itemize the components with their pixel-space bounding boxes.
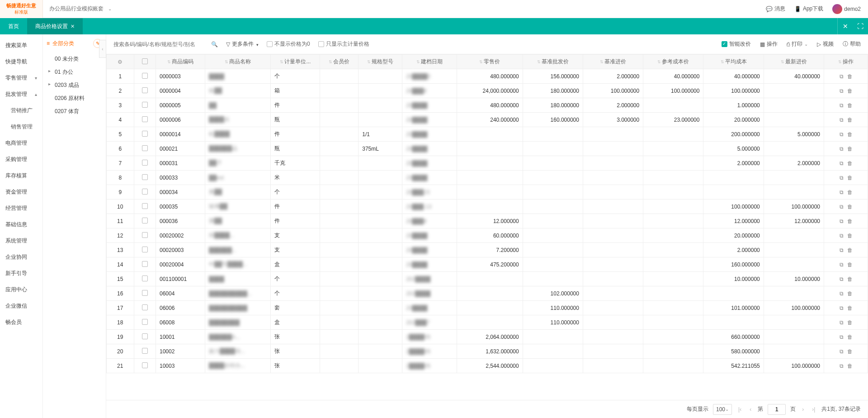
sidebar-item[interactable]: 搜索菜单 bbox=[0, 37, 42, 53]
copy-icon[interactable]: ⧉ bbox=[840, 117, 844, 123]
copy-icon[interactable]: ⧉ bbox=[840, 175, 844, 181]
only-main-checkbox[interactable]: 只显示主计量价格 bbox=[318, 40, 369, 48]
table-row[interactable]: 1606004██████████...个202████102.000000⧉🗑 bbox=[107, 286, 868, 301]
tree-item[interactable]: 0207 体育 bbox=[47, 105, 102, 118]
copy-icon[interactable]: ⧉ bbox=[840, 146, 844, 152]
messages-button[interactable]: 💬消息 bbox=[766, 5, 785, 13]
close-all-button[interactable]: ✕ bbox=[837, 18, 853, 34]
column-header[interactable]: ⇅规格型号 bbox=[359, 55, 402, 69]
row-checkbox[interactable] bbox=[142, 73, 148, 79]
table-row[interactable]: 9000034奥██个20███23⧉🗑 bbox=[107, 185, 868, 200]
delete-icon[interactable]: 🗑 bbox=[847, 204, 853, 210]
column-header[interactable] bbox=[134, 55, 156, 69]
delete-icon[interactable]: 🗑 bbox=[847, 261, 853, 268]
delete-icon[interactable]: 🗑 bbox=[847, 363, 853, 369]
table-row[interactable]: 1806008████████盒202███7110.000000⧉🗑 bbox=[107, 315, 868, 330]
table-row[interactable]: 2010002扬力████培...张2████051,632.000000580… bbox=[107, 344, 868, 359]
column-header[interactable]: ⇅商品编码 bbox=[156, 55, 205, 69]
copy-icon[interactable]: ⧉ bbox=[840, 189, 844, 195]
delete-icon[interactable]: 🗑 bbox=[847, 131, 853, 138]
copy-icon[interactable]: ⧉ bbox=[840, 261, 844, 268]
table-row[interactable]: 7000031██子千克20████2.0000002.000000⧉🗑 bbox=[107, 156, 868, 171]
tab-home[interactable]: 首页 bbox=[0, 18, 27, 34]
search-icon[interactable]: 🔍 bbox=[211, 41, 218, 48]
table-row[interactable]: 2110003████折特办...张2████052,544.000000542… bbox=[107, 359, 868, 373]
table-row[interactable]: 6000021██████品瓶375mL20████5.000000⧉🗑 bbox=[107, 142, 868, 156]
copy-icon[interactable]: ⧉ bbox=[840, 247, 844, 253]
row-checkbox[interactable] bbox=[142, 290, 148, 296]
operations-button[interactable]: ▦操作 bbox=[760, 40, 778, 48]
row-checkbox[interactable] bbox=[142, 174, 148, 180]
delete-icon[interactable]: 🗑 bbox=[847, 319, 853, 326]
column-header[interactable]: ⇅商品名称 bbox=[205, 55, 271, 69]
sidebar-item[interactable]: 采购管理 bbox=[0, 151, 42, 167]
table-row[interactable]: 1200020002得████...支20████60.00000020.000… bbox=[107, 228, 868, 243]
copy-icon[interactable]: ⧉ bbox=[840, 290, 844, 297]
delete-icon[interactable]: 🗑 bbox=[847, 117, 853, 123]
copy-icon[interactable]: ⧉ bbox=[840, 160, 844, 166]
sidebar-item[interactable]: 新手引导 bbox=[0, 265, 42, 281]
tab-price-settings[interactable]: 商品价格设置✕ bbox=[27, 18, 83, 34]
table-row[interactable]: 30000005██件20████480.000000180.0000002.0… bbox=[107, 98, 868, 113]
table-row[interactable]: 10000003████个20████0480.000000156.000000… bbox=[107, 69, 868, 84]
sidebar-item[interactable]: 零售管理▾ bbox=[0, 70, 42, 86]
print-button[interactable]: ⎙打印⌄ bbox=[787, 40, 808, 48]
copy-icon[interactable]: ⧉ bbox=[840, 305, 844, 311]
fullscreen-button[interactable]: ⛶ bbox=[853, 18, 868, 34]
delete-icon[interactable]: 🗑 bbox=[847, 189, 853, 195]
row-checkbox[interactable] bbox=[142, 319, 148, 325]
column-header[interactable]: ⇅参考成本价 bbox=[643, 55, 703, 69]
row-checkbox[interactable] bbox=[142, 362, 148, 368]
row-checkbox[interactable] bbox=[142, 160, 148, 166]
table-row[interactable]: 40000006████水瓶20████240.000000160.000000… bbox=[107, 113, 868, 127]
delete-icon[interactable]: 🗑 bbox=[847, 305, 853, 311]
row-checkbox[interactable] bbox=[142, 348, 148, 354]
row-checkbox[interactable] bbox=[142, 203, 148, 209]
column-header[interactable]: ⇅会员价 bbox=[320, 55, 359, 69]
row-checkbox[interactable] bbox=[142, 333, 148, 339]
close-icon[interactable]: ✕ bbox=[71, 24, 75, 29]
sidebar-subitem[interactable]: 营销推广 bbox=[0, 102, 42, 119]
sidebar-item[interactable]: 应用中心 bbox=[0, 281, 42, 298]
delete-icon[interactable]: 🗑 bbox=[847, 102, 853, 109]
copy-icon[interactable]: ⧉ bbox=[840, 319, 844, 326]
prev-page-button[interactable]: ‹ bbox=[748, 406, 753, 413]
delete-icon[interactable]: 🗑 bbox=[847, 218, 853, 224]
copy-icon[interactable]: ⧉ bbox=[840, 218, 844, 224]
row-checkbox[interactable] bbox=[142, 131, 148, 137]
first-page-button[interactable]: |‹ bbox=[736, 406, 743, 413]
select-all-checkbox[interactable] bbox=[142, 58, 148, 64]
delete-icon[interactable]: 🗑 bbox=[847, 73, 853, 80]
hide-zero-checkbox[interactable]: 不显示价格为0 bbox=[267, 40, 310, 48]
page-input[interactable] bbox=[768, 404, 786, 415]
column-header[interactable]: ⇅最新进价 bbox=[764, 55, 824, 69]
copy-icon[interactable]: ⧉ bbox=[840, 88, 844, 94]
gear-icon[interactable]: ⚙ bbox=[118, 59, 123, 65]
column-header[interactable]: ⇅基准进价 bbox=[583, 55, 643, 69]
column-header[interactable]: ⇅平均成本 bbox=[703, 55, 764, 69]
delete-icon[interactable]: 🗑 bbox=[847, 247, 853, 253]
row-checkbox[interactable] bbox=[142, 247, 148, 252]
delete-icon[interactable]: 🗑 bbox=[847, 88, 853, 94]
column-header[interactable]: ⇅计量单位... bbox=[271, 55, 320, 69]
delete-icon[interactable]: 🗑 bbox=[847, 160, 853, 166]
sidebar-item[interactable]: 畅会员 bbox=[0, 314, 42, 330]
copy-icon[interactable]: ⧉ bbox=[840, 131, 844, 138]
delete-icon[interactable]: 🗑 bbox=[847, 146, 853, 152]
sidebar-item[interactable]: 基础信息 bbox=[0, 216, 42, 233]
row-checkbox[interactable] bbox=[142, 102, 148, 108]
more-filters-button[interactable]: ▽更多条件 bbox=[226, 40, 259, 48]
copy-icon[interactable]: ⧉ bbox=[840, 276, 844, 282]
delete-icon[interactable]: 🗑 bbox=[847, 276, 853, 282]
row-checkbox[interactable] bbox=[142, 276, 148, 281]
column-header[interactable]: ⚙ bbox=[107, 55, 134, 69]
search-input[interactable] bbox=[113, 41, 208, 48]
tree-item[interactable]: 0206 原材料 bbox=[47, 92, 102, 105]
table-row[interactable]: 1400020004中██写████...盒20████475.20000016… bbox=[107, 257, 868, 272]
row-checkbox[interactable] bbox=[142, 189, 148, 195]
table-scroll[interactable]: ⚙⇅商品编码⇅商品名称⇅计量单位...⇅会员价⇅规格型号⇅建档日期⇅零售价⇅基准… bbox=[106, 54, 868, 400]
column-header[interactable]: ⇅建档日期 bbox=[402, 55, 457, 69]
search-box[interactable]: 🔍 bbox=[113, 41, 218, 48]
table-row[interactable]: 15001100001████个202████10.00000010.00000… bbox=[107, 272, 868, 286]
sidebar-subitem[interactable]: 销售管理 bbox=[0, 119, 42, 135]
